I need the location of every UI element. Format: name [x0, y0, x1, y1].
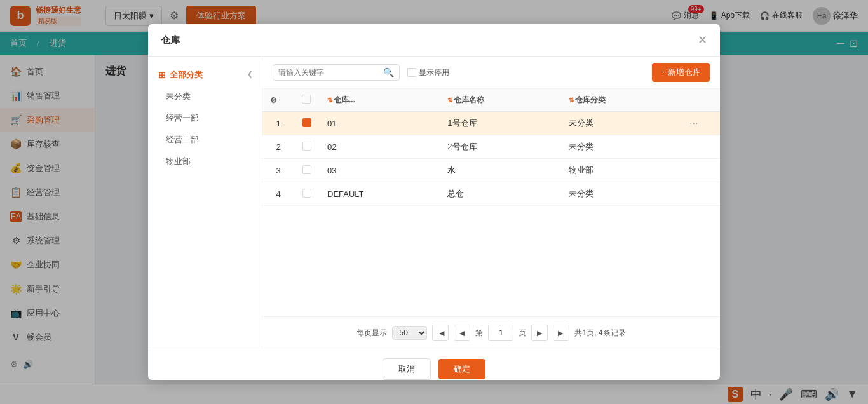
modal-title: 仓库 — [161, 34, 180, 46]
row-action — [682, 135, 720, 159]
row-code: DEFAULT — [320, 182, 440, 206]
show-disabled-checkbox-label[interactable]: 显示停用 — [407, 67, 449, 78]
all-categories-label: 全部分类 — [170, 69, 203, 81]
sort-icon-name: ⇅ — [447, 97, 452, 104]
prev-page-btn[interactable]: ◀ — [454, 325, 470, 341]
row-category: 物业部 — [561, 159, 682, 182]
row-category: 未分类 — [561, 135, 682, 159]
th-settings: ⚙ — [262, 89, 294, 112]
row-checkbox[interactable] — [294, 112, 320, 135]
show-disabled-checkbox[interactable] — [407, 68, 416, 77]
table-row[interactable]: 4 DEFAULT 总仓 未分类 — [262, 182, 720, 206]
row-action — [682, 182, 720, 206]
table-body: 1 01 1号仓库 未分类 ··· 2 — [262, 112, 720, 206]
cancel-button[interactable]: 取消 — [383, 358, 431, 380]
confirm-button[interactable]: 确定 — [438, 359, 485, 379]
page-unit: 页 — [519, 328, 526, 339]
row-select-checkbox[interactable] — [302, 165, 311, 174]
table-panel: 🔍 显示停用 + 新增仓库 ⚙ — [262, 57, 720, 349]
row-name: 总仓 — [440, 182, 560, 206]
row-select-checkbox[interactable] — [302, 189, 311, 198]
sort-icon-code: ⇅ — [327, 97, 332, 104]
table-row[interactable]: 3 03 水 物业部 — [262, 159, 720, 182]
table-row[interactable]: 2 02 2号仓库 未分类 — [262, 135, 720, 159]
category-item-dept1[interactable]: 经营一部 — [148, 107, 262, 129]
modal-header: 仓库 ✕ — [148, 24, 720, 57]
row-category: 未分类 — [561, 182, 682, 206]
panel-collapse-btn[interactable]: 《 — [244, 70, 252, 81]
row-name: 水 — [440, 159, 560, 182]
row-checkbox[interactable] — [294, 182, 320, 206]
page-size-select[interactable]: 50 100 — [392, 326, 427, 340]
row-checkbox[interactable] — [294, 135, 320, 159]
page-size-label: 每页显示 — [356, 328, 387, 339]
th-checkbox — [294, 89, 320, 112]
row-num: 3 — [262, 159, 294, 182]
add-warehouse-button[interactable]: + 新增仓库 — [652, 63, 710, 82]
table-container: ⚙ ⇅仓库... ⇅仓库名称 ⇅仓库分类 — [262, 89, 720, 316]
all-categories-item[interactable]: ⊞ 全部分类 《 — [148, 64, 262, 86]
row-num: 2 — [262, 135, 294, 159]
total-info: 共1页, 4条记录 — [574, 328, 625, 339]
first-page-btn[interactable]: |◀ — [432, 325, 449, 341]
warehouse-table: ⚙ ⇅仓库... ⇅仓库名称 ⇅仓库分类 — [262, 89, 720, 206]
row-code: 02 — [320, 135, 440, 159]
row-num: 4 — [262, 182, 294, 206]
page-input[interactable] — [488, 325, 513, 341]
category-item-property[interactable]: 物业部 — [148, 151, 262, 172]
modal-footer: 取消 确定 — [148, 349, 720, 389]
row-select-checkbox[interactable] — [302, 142, 311, 151]
row-select-checkbox[interactable] — [302, 118, 311, 127]
search-box: 🔍 — [273, 64, 400, 81]
category-item-unclassified[interactable]: 未分类 — [148, 86, 262, 107]
warehouse-modal: 仓库 ✕ ⊞ 全部分类 《 未分类 经营一部 经营二部 物业部 🔍 — [148, 24, 720, 380]
th-action — [682, 89, 720, 112]
category-item-dept2[interactable]: 经营二部 — [148, 129, 262, 151]
last-page-btn[interactable]: ▶| — [553, 325, 569, 341]
page-label: 第 — [475, 328, 483, 339]
row-code: 01 — [320, 112, 440, 135]
table-header-row: ⚙ ⇅仓库... ⇅仓库名称 ⇅仓库分类 — [262, 89, 720, 112]
pagination-bar: 每页显示 50 100 |◀ ◀ 第 页 ▶ ▶| 共1页, 4条记录 — [262, 316, 720, 349]
search-icon[interactable]: 🔍 — [383, 67, 394, 77]
modal-close-button[interactable]: ✕ — [698, 33, 707, 47]
table-row[interactable]: 1 01 1号仓库 未分类 ··· — [262, 112, 720, 135]
th-category: ⇅仓库分类 — [561, 89, 682, 112]
more-actions-btn[interactable]: ··· — [689, 118, 698, 128]
th-code: ⇅仓库... — [320, 89, 440, 112]
grid-icon: ⊞ — [158, 70, 166, 80]
row-code: 03 — [320, 159, 440, 182]
search-input[interactable] — [278, 68, 383, 77]
category-panel: ⊞ 全部分类 《 未分类 经营一部 经营二部 物业部 — [148, 57, 262, 349]
row-checkbox[interactable] — [294, 159, 320, 182]
row-num: 1 — [262, 112, 294, 135]
table-head: ⚙ ⇅仓库... ⇅仓库名称 ⇅仓库分类 — [262, 89, 720, 112]
row-action: ··· — [682, 112, 720, 135]
th-name: ⇅仓库名称 — [440, 89, 560, 112]
modal-body: ⊞ 全部分类 《 未分类 经营一部 经营二部 物业部 🔍 显示停用 + — [148, 57, 720, 349]
row-name: 1号仓库 — [440, 112, 560, 135]
sort-icon-cat: ⇅ — [569, 97, 574, 104]
row-name: 2号仓库 — [440, 135, 560, 159]
table-toolbar: 🔍 显示停用 + 新增仓库 — [262, 57, 720, 89]
next-page-btn[interactable]: ▶ — [531, 325, 548, 341]
row-category: 未分类 — [561, 112, 682, 135]
select-all-checkbox[interactable] — [302, 95, 311, 104]
row-action — [682, 159, 720, 182]
